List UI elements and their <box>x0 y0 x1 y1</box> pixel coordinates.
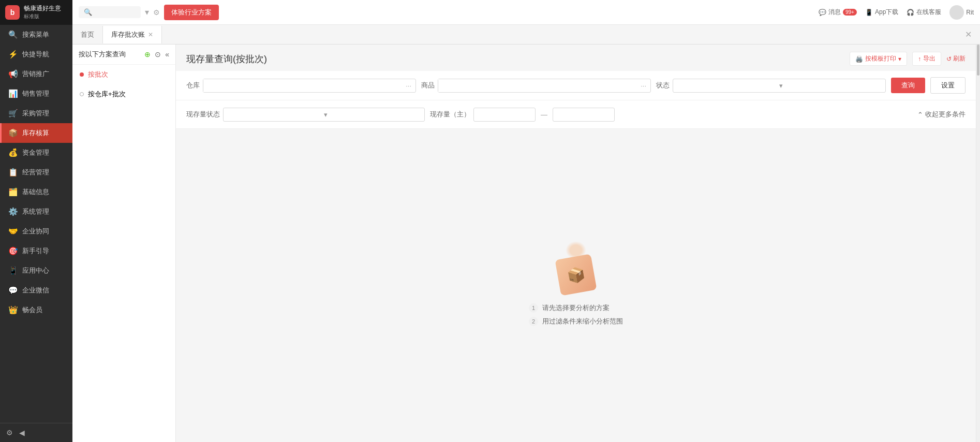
message-badge: 99+ <box>843 9 857 16</box>
product-input-group[interactable]: ··· <box>438 79 651 93</box>
print-dropdown-icon[interactable]: ▾ <box>898 55 901 63</box>
tab-home-label: 首页 <box>81 30 94 39</box>
settings-footer-btn[interactable]: ⚙ <box>6 429 13 437</box>
filter-plan-warehouse-batch[interactable]: 按仓库+批次 <box>72 84 175 104</box>
sidebar-item-purchase[interactable]: 🛒 采购管理 <box>0 104 72 123</box>
export-btn[interactable]: ↑ 导出 <box>912 52 941 66</box>
filter-plan-batch-label: 按批次 <box>88 70 108 79</box>
empty-illustration: 📦 <box>545 241 607 293</box>
search-icon: 🔍 <box>8 30 18 39</box>
scrollbar-right[interactable] <box>976 45 980 442</box>
sidebar-item-appcenter[interactable]: 📱 应用中心 <box>0 261 72 281</box>
collapse-sidebar-btn[interactable]: ◀ <box>19 429 25 437</box>
mobile-download-icon: 📱 <box>865 9 873 16</box>
query-btn[interactable]: 查询 <box>891 78 925 93</box>
sidebar-item-enterprise[interactable]: 🤝 企业协同 <box>0 222 72 241</box>
sidebar-item-operations[interactable]: 📋 经营管理 <box>0 163 72 182</box>
product-input[interactable] <box>438 79 636 92</box>
sidebar-item-weixin[interactable]: 💬 企业微信 <box>0 281 72 300</box>
inventory-status-select[interactable]: ▾ <box>223 108 425 122</box>
tab-close-btn[interactable]: ✕ <box>148 31 153 38</box>
title-actions: 🖨️ 按模板打印 ▾ ↑ 导出 ↺ 刷新 <box>850 52 966 66</box>
tab-inventory-batch-label: 库存批次账 <box>111 30 145 39</box>
app-download-btn[interactable]: 📱 App下载 <box>865 8 898 17</box>
sidebar-item-inventory[interactable]: 📦 库存核算 <box>0 123 72 143</box>
settings-btn[interactable]: 设置 <box>930 77 966 94</box>
product-more-icon[interactable]: ··· <box>636 82 650 90</box>
status-field: 状态 ▾ <box>656 79 886 93</box>
handshake-icon: 🤝 <box>8 227 18 236</box>
filter-plan-batch[interactable]: 按批次 <box>72 65 175 84</box>
message-icon: 💬 <box>819 9 826 16</box>
filter-panel-title: 按以下方案查询 <box>79 50 126 59</box>
quantity-field: 现存量（主） — <box>430 108 669 122</box>
money-icon: 💰 <box>8 148 18 157</box>
app-download-label: App下载 <box>875 8 898 17</box>
sidebar-item-basic[interactable]: 🗂️ 基础信息 <box>0 182 72 202</box>
collapse-conditions-btn[interactable]: ⌃ 收起更多条件 <box>917 106 966 123</box>
print-icon: 🖨️ <box>855 55 863 63</box>
sidebar-item-quicknav[interactable]: ⚡ 快捷导航 <box>0 45 72 64</box>
quantity-to-input[interactable] <box>553 108 615 122</box>
inventory-status-field: 现存量状态 ▾ <box>186 108 425 122</box>
refresh-label: 刷新 <box>953 54 966 63</box>
sidebar-item-member[interactable]: 👑 畅会员 <box>0 300 72 320</box>
sidebar-item-label: 库存核算 <box>22 128 49 138</box>
box-icon: 📦 <box>8 128 18 138</box>
empty-face-icon: 📦 <box>566 264 586 285</box>
search-topbar-icon: 🔍 <box>84 8 92 16</box>
sidebar-item-system[interactable]: ⚙️ 系统管理 <box>0 202 72 222</box>
topbar-dropdown-icon[interactable]: ▾ <box>145 7 149 17</box>
sidebar-item-label: 营销推广 <box>22 69 49 79</box>
sidebar-header: b 畅康通好生意 标准版 <box>0 0 72 25</box>
experience-btn[interactable]: 体验行业方案 <box>164 5 219 20</box>
app-name: 畅康通好生意 <box>24 5 61 13</box>
refresh-btn[interactable]: ↺ 刷新 <box>946 54 966 63</box>
add-plan-btn[interactable]: ⊕ <box>144 50 151 58</box>
status-select[interactable]: ▾ <box>673 79 886 93</box>
gear-icon: ⚙️ <box>8 207 18 216</box>
topbar: 🔍 ▾ ⚙ 体验行业方案 💬 消息 99+ 📱 App下载 🎧 在线客服 Rit <box>72 0 980 25</box>
topbar-right: 💬 消息 99+ 📱 App下载 🎧 在线客服 Rit <box>819 5 974 20</box>
tab-inventory-batch[interactable]: 库存批次账 ✕ <box>103 26 162 43</box>
filter-row-2: 现存量状态 ▾ 现存量（主） — ⌃ 收起更多条件 <box>176 100 976 129</box>
tab-home[interactable]: 首页 <box>72 26 103 43</box>
sidebar-item-label: 快捷导航 <box>22 50 49 59</box>
sidebar-item-finance[interactable]: 💰 资金管理 <box>0 143 72 163</box>
sidebar-item-newguide[interactable]: 🎯 新手引导 <box>0 241 72 261</box>
topbar-search-box[interactable]: 🔍 <box>79 6 141 18</box>
tip-num-2: 2 <box>529 317 538 326</box>
warehouse-input[interactable] <box>203 79 402 92</box>
plan-settings-btn[interactable]: ⊙ <box>155 50 161 58</box>
lightning-icon: ⚡ <box>8 50 18 59</box>
sidebar-nav: 🔍 搜索菜单 ⚡ 快捷导航 📢 营销推广 📊 销售管理 🛒 采购管理 📦 库存核… <box>0 25 72 423</box>
quantity-from-input[interactable] <box>473 108 536 122</box>
topbar-search-input[interactable] <box>94 9 136 16</box>
tip-num-1: 1 <box>529 303 538 313</box>
chart-icon: 📊 <box>8 89 18 98</box>
query-area: 现存量查询(按批次) 🖨️ 按模板打印 ▾ ↑ 导出 ↺ 刷新 <box>176 45 976 442</box>
sidebar-item-label: 基础信息 <box>22 187 49 197</box>
online-service-btn[interactable]: 🎧 在线客服 <box>907 8 941 17</box>
sidebar-item-label: 系统管理 <box>22 207 49 216</box>
sidebar-item-label: 企业协同 <box>22 227 49 236</box>
main-area: 🔍 ▾ ⚙ 体验行业方案 💬 消息 99+ 📱 App下载 🎧 在线客服 Rit <box>72 0 980 442</box>
topbar-settings-icon[interactable]: ⚙ <box>153 8 160 17</box>
sidebar-item-marketing[interactable]: 📢 营销推广 <box>0 64 72 84</box>
product-field: 商品 ··· <box>421 79 651 93</box>
inactive-plan-indicator <box>80 92 84 96</box>
warehouse-more-icon[interactable]: ··· <box>402 82 415 90</box>
tab-area-close-icon[interactable]: ✕ <box>965 30 972 39</box>
sidebar-item-search[interactable]: 🔍 搜索菜单 <box>0 25 72 45</box>
user-menu[interactable]: Rit <box>949 5 974 20</box>
warehouse-input-group[interactable]: ··· <box>203 79 416 93</box>
collapse-panel-btn[interactable]: « <box>165 50 169 58</box>
scrollbar-track[interactable] <box>976 45 980 442</box>
page-title-bar: 现存量查询(按批次) 🖨️ 按模板打印 ▾ ↑ 导出 ↺ 刷新 <box>176 45 976 71</box>
print-btn[interactable]: 🖨️ 按模板打印 ▾ <box>850 52 907 66</box>
target-icon: 🎯 <box>8 246 18 256</box>
sidebar-item-sales[interactable]: 📊 销售管理 <box>0 84 72 104</box>
sidebar-item-label: 新手引导 <box>22 246 49 256</box>
message-btn[interactable]: 💬 消息 99+ <box>819 8 857 17</box>
scrollbar-thumb[interactable] <box>977 45 979 76</box>
